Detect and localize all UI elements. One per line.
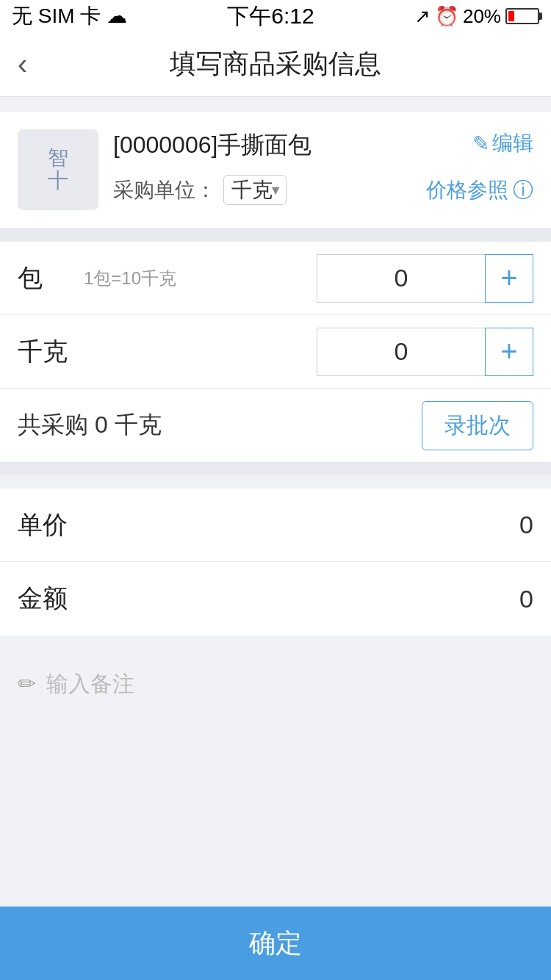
unit-select-wrapper[interactable]: 千克 包 (223, 175, 287, 205)
amount-label: 金额 (18, 582, 68, 616)
product-logo: 智 十 (48, 147, 68, 192)
page-title: 填写商品采购信息 (170, 46, 381, 82)
kg-plus-button[interactable]: + (485, 328, 533, 376)
alarm-icon: ⏰ (435, 5, 458, 28)
status-time: 下午6:12 (227, 1, 314, 32)
confirm-bar[interactable]: 确定 (0, 907, 551, 980)
price-ref-label: 价格参照 (426, 176, 508, 204)
product-card: 智 十 [0000006]手撕面包 ✎ 编辑 采购单位： 千克 包 (0, 112, 551, 228)
confirm-label: 确定 (249, 926, 302, 962)
back-button[interactable]: ‹ (18, 48, 27, 81)
kg-controls: 0 + (317, 328, 533, 376)
batch-button[interactable]: 录批次 (422, 401, 533, 450)
unit-price-label: 单价 (18, 508, 68, 542)
location-icon: ↗ (414, 5, 431, 28)
status-right: ↗ ⏰ 20% (414, 5, 539, 28)
unit-price-value: 0 (519, 511, 533, 539)
product-info: [0000006]手撕面包 ✎ 编辑 采购单位： 千克 包 价格参照 ⓘ (113, 129, 533, 205)
pack-sublabel: 1包=10千克 (84, 267, 317, 290)
pack-input-row: 包 1包=10千克 0 + (0, 242, 551, 315)
product-thumbnail: 智 十 (18, 129, 98, 210)
input-section: 包 1包=10千克 0 + 千克 0 + (0, 242, 551, 389)
unit-row: 采购单位： 千克 包 (113, 175, 287, 205)
edit-icon: ✎ (472, 131, 489, 156)
product-name: [0000006]手撕面包 (113, 129, 311, 162)
notes-placeholder: 输入备注 (46, 669, 134, 699)
section-divider-2 (0, 462, 551, 475)
status-bar: 无 SIM 卡 ☁ 下午6:12 ↗ ⏰ 20% (0, 0, 551, 32)
product-meta: 采购单位： 千克 包 价格参照 ⓘ (113, 175, 533, 205)
kg-label: 千克 (18, 335, 76, 369)
amount-row: 金额 0 (0, 562, 551, 635)
total-label: 共采购 0 千克 (18, 409, 162, 442)
unit-label: 采购单位： (113, 176, 216, 204)
kg-input-row: 千克 0 + (0, 315, 551, 389)
kg-value-display[interactable]: 0 (317, 328, 486, 376)
price-section: 单价 0 金额 0 (0, 489, 551, 635)
pack-value-display[interactable]: 0 (317, 254, 486, 303)
pencil-icon: ✏ (18, 671, 36, 696)
pack-controls: 0 + (317, 254, 533, 303)
amount-value: 0 (519, 585, 533, 613)
total-row: 共采购 0 千克 录批次 (0, 389, 551, 462)
notes-section[interactable]: ✏ 输入备注 (0, 649, 551, 943)
unit-price-row: 单价 0 (0, 489, 551, 562)
nav-bar: ‹ 填写商品采购信息 (0, 32, 551, 97)
edit-label: 编辑 (492, 129, 533, 157)
pack-label: 包 (18, 262, 76, 295)
edit-button[interactable]: ✎ 编辑 (472, 129, 533, 157)
section-divider-1 (0, 228, 551, 242)
battery-icon (505, 8, 539, 24)
status-left: 无 SIM 卡 ☁ (12, 2, 127, 30)
sim-label: 无 SIM 卡 ☁ (12, 2, 127, 30)
pack-plus-button[interactable]: + (485, 254, 533, 303)
battery-percent: 20% (463, 5, 501, 28)
unit-select[interactable]: 千克 包 (223, 175, 287, 205)
price-ref-button[interactable]: 价格参照 ⓘ (426, 176, 533, 204)
info-icon: ⓘ (513, 176, 533, 204)
product-header: [0000006]手撕面包 ✎ 编辑 (113, 129, 533, 162)
